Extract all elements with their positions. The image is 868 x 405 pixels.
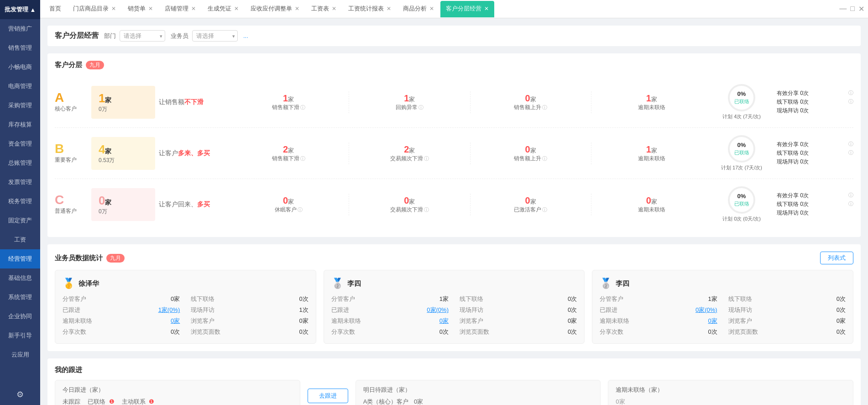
stat-num-A-1: 1 (404, 93, 409, 103)
tier-stat-C-1[interactable]: 0家交易频次下滑ⓘ (349, 194, 470, 216)
circle-label-B: 已联络 (734, 149, 749, 156)
tier-count-num-A: 1家 (99, 91, 148, 105)
tab-close-xiaohuo[interactable]: ✕ (148, 5, 153, 12)
biz-stat-lisi1-7: 浏览页面数0次 (460, 328, 577, 336)
tier-label-C: C普通客户 (55, 194, 91, 215)
tier-name-C: 普通客户 (55, 207, 91, 215)
tab-kehufenceng[interactable]: 客户分层经营✕ (440, 1, 494, 17)
tier-stat-A-0[interactable]: 1家销售额下滑ⓘ (228, 91, 349, 113)
biz-stat-label-lisi2-7: 浏览页面数 (728, 328, 758, 336)
biz-stat-label-lisi1-6: 分享次数 (331, 328, 355, 336)
tab-diangpu[interactable]: 店铺管理✕ (159, 1, 201, 17)
sidebar-item-xiaoshou[interactable]: 销售管理 (0, 38, 40, 58)
tier-right-stats-B: 有效分享 0次ⓘ线下联络 0次ⓘ现场拜访 0次 (771, 141, 853, 166)
tab-gongzibiao[interactable]: 工资表✕ (306, 1, 342, 17)
stat-num-B-0: 2 (283, 144, 288, 154)
sidebar-item-jichu[interactable]: 基础信息 (0, 268, 40, 288)
dept-select-wrap: 请选择 (120, 30, 165, 42)
biz-stat-val-lisi1-2[interactable]: 0家(0%) (427, 306, 449, 314)
biz-stat-val-xuzehua-4[interactable]: 0家 (171, 317, 180, 325)
tab-gongzitongji[interactable]: 工资统计报表✕ (343, 1, 397, 17)
tab-home[interactable]: 首页 (44, 1, 67, 17)
biz-stat-val-lisi2-4[interactable]: 0家 (708, 317, 717, 325)
tier-count-A[interactable]: 1家0万 (91, 86, 155, 119)
biz-stats-grid-lisi2: 分管客户1家线下联络0次已跟进0家(0%)现场拜访0次逾期未联络0家浏览客户0家… (600, 295, 846, 336)
tab-shangpinfenxi[interactable]: 商品分析✕ (397, 1, 439, 17)
sidebar-item-xitong[interactable]: 系统管理 (0, 288, 40, 307)
sidebar-item-xinshou[interactable]: 新手引导 (0, 326, 40, 345)
biz-stat-xuzehua-7: 浏览页面数0次 (191, 328, 308, 336)
tab-label-kehufenceng: 客户分层经营 (446, 5, 481, 13)
more-filter-btn[interactable]: ... (243, 32, 248, 39)
sidebar-item-fapiao[interactable]: 发票管理 (0, 173, 40, 192)
tab-shengcheng[interactable]: 生成凭证✕ (202, 1, 244, 17)
tab-mendian[interactable]: 门店商品目录✕ (68, 1, 121, 17)
tier-stat-B-3[interactable]: 1家逾期未联络 (591, 142, 712, 164)
biz-stat-val-lisi2-0: 1家 (708, 295, 717, 303)
tab-close-gongzitongji[interactable]: ✕ (387, 5, 391, 12)
sidebar-item-xiaodian[interactable]: 小畅电商 (0, 58, 40, 77)
sidebar-header-label: 批发管理 (5, 5, 28, 14)
tier-stat-B-1[interactable]: 2家交易频次下滑ⓘ (349, 142, 470, 164)
tab-close-mendian[interactable]: ✕ (111, 5, 116, 12)
tier-stat-B-2[interactable]: 0家销售额上升ⓘ (471, 142, 591, 164)
sidebar-item-caigou[interactable]: 采购管理 (0, 96, 40, 115)
sidebar-item-zijin[interactable]: 资金管理 (0, 134, 40, 153)
tier-stat-A-2[interactable]: 0家销售额上升ⓘ (471, 91, 591, 113)
tier-slogan-C: 让客户回来、多买 (155, 200, 228, 209)
tab-close-shengcheng[interactable]: ✕ (234, 5, 239, 12)
go-follow-button[interactable]: 去跟进 (308, 389, 348, 403)
biz-card-header-lisi1: 🥈李四 (331, 278, 577, 289)
sidebar-item-jingying[interactable]: 经营管理 (0, 249, 40, 268)
tab-close-diangpu[interactable]: ✕ (191, 5, 196, 12)
window-minimize-icon[interactable]: — (839, 5, 847, 13)
medal-icon-lisi2: 🥈 (600, 278, 612, 289)
tier-count-C[interactable]: 0家0万 (91, 188, 155, 221)
biz-stat-lisi1-4: 逾期未联络0家 (331, 317, 449, 325)
sidebar-item-gongzi[interactable]: 工资 (0, 230, 40, 249)
tier-stat-C-3[interactable]: 0家逾期未联络 (591, 194, 712, 216)
tab-close-shangpinfenxi[interactable]: ✕ (429, 5, 434, 12)
stat-label-B-2: 销售额上升ⓘ (474, 155, 587, 163)
sidebar-item-yingxiao[interactable]: 营销推广 (0, 19, 40, 38)
tier-stat-A-1[interactable]: 1家回购异常ⓘ (349, 91, 470, 113)
follow-today-title: 今日跟进（家） (63, 386, 293, 394)
window-maximize-icon[interactable]: □ (850, 5, 855, 13)
biz-stat-lisi2-3: 现场拜访0次 (728, 306, 846, 314)
biz-stat-val-lisi2-2[interactable]: 0家(0%) (695, 306, 717, 314)
biz-stat-lisi1-3: 现场拜访0次 (460, 306, 577, 314)
tab-xiaohuo[interactable]: 销货单✕ (122, 1, 158, 17)
tier-stat-C-2[interactable]: 0家已激活客户ⓘ (471, 194, 591, 216)
sidebar-item-diangshang[interactable]: 电商管理 (0, 77, 40, 96)
biz-stat-lisi1-6: 分享次数0次 (331, 328, 449, 336)
biz-stat-val-xuzehua-2[interactable]: 1家(0%) (158, 306, 180, 314)
follow-overdue-title: 逾期未联络（家） (616, 386, 846, 394)
sidebar-header[interactable]: 批发管理 ▲ (0, 0, 40, 19)
sidebar-item-kucun[interactable]: 库存核算 (0, 115, 40, 134)
dept-select[interactable]: 请选择 (120, 30, 165, 42)
sidebar-item-yun[interactable]: 云应用 (0, 345, 40, 364)
sidebar-item-shuiwu[interactable]: 税务管理 (0, 192, 40, 211)
list-view-button[interactable]: 列表式 (820, 252, 853, 264)
tab-yingshouyingfu[interactable]: 应收应付调整单✕ (245, 1, 305, 17)
tab-close-yingshouyingfu[interactable]: ✕ (295, 5, 299, 12)
label-zhudong: 主动联系 (122, 398, 146, 405)
tier-stat-A-3[interactable]: 1家逾期未联络 (591, 91, 712, 113)
tier-count-B[interactable]: 4家0.53万 (91, 137, 155, 170)
sidebar-item-gudingzichan[interactable]: 固定资产 (0, 211, 40, 230)
window-close-icon[interactable]: ✕ (858, 5, 864, 13)
biz-stat-val-lisi1-5: 0家 (568, 317, 577, 325)
sidebar-item-qiye[interactable]: 企业协同 (0, 307, 40, 326)
biz-card-header-xuzehua: 🥇徐泽华 (63, 278, 309, 289)
tab-close-gongzibiao[interactable]: ✕ (332, 5, 336, 12)
right-stat-A-0: 有效分享 0次ⓘ (777, 89, 853, 97)
biz-stat-val-lisi1-4[interactable]: 0家 (439, 317, 449, 325)
sidebar-settings[interactable]: ⚙ (0, 384, 40, 405)
stat-label-A-2: 销售额上升ⓘ (474, 104, 587, 111)
sales-select[interactable]: 请选择 (192, 30, 238, 42)
tier-stat-C-0[interactable]: 0家休眠客户ⓘ (228, 194, 349, 216)
biz-stat-lisi2-5: 浏览客户0家 (728, 317, 846, 325)
tab-close-kehufenceng[interactable]: ✕ (484, 5, 489, 12)
sidebar-item-zongzhang[interactable]: 总账管理 (0, 153, 40, 173)
tier-stat-B-0[interactable]: 2家销售额下滑ⓘ (228, 142, 349, 164)
